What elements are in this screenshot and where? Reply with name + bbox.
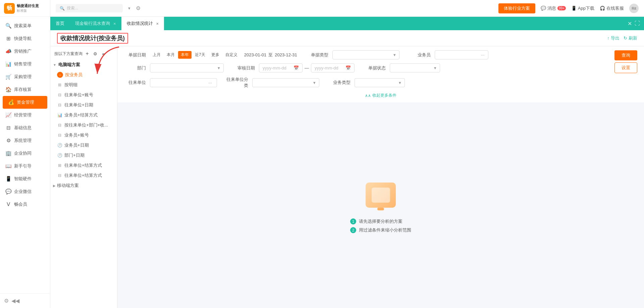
online-service-group[interactable]: 🎧 在线客服 [600, 5, 624, 11]
dropdown-arrow-icon[interactable]: ▾ [128, 6, 130, 11]
nav-system[interactable]: ⚙ 系统管理 [0, 134, 50, 147]
topbar: 🔍 搜索... ▾ ⚙ 体验行业方案 💬 消息 99+ 📱 App下载 🎧 在线… [50, 0, 644, 17]
nav-quick-nav[interactable]: ⊞ 快捷导航 [0, 32, 50, 45]
counterpart-select[interactable]: ··· [150, 78, 217, 87]
date-dash: — [305, 65, 309, 70]
page-actions: ↑ 导出 ↻ 刷新 [607, 35, 638, 41]
nav-label: 经营管理 [14, 112, 32, 118]
nav-inventory[interactable]: 🏠 库存核算 [0, 83, 50, 96]
right-panel: 单据日期 上月 本月 本年 近7天 更多 自定义 2023-01-01 [117, 46, 644, 308]
nav-guide[interactable]: 📖 新手引导 [0, 160, 50, 172]
collapse-bottom-icon[interactable]: ◀◀ [11, 298, 19, 304]
trial-button[interactable]: 体验行业方案 [498, 3, 535, 13]
messages-group[interactable]: 💬 消息 99+ [541, 5, 566, 11]
date-tab-custom[interactable]: 自定义 [223, 51, 240, 59]
date-tab-this-month[interactable]: 本月 [164, 51, 177, 59]
dept-select[interactable]: ▾ [150, 63, 224, 72]
empty-step-2: 2 用过滤条件来缩小分析范围 [350, 227, 411, 233]
settings-bottom-icon[interactable]: ⚙ [4, 298, 9, 304]
nav-basic-info[interactable]: ⊟ 基础信息 [0, 121, 50, 134]
tab-collection-close[interactable]: × [156, 21, 159, 26]
salesperson-select[interactable]: ··· [435, 50, 488, 59]
collapse-label: 收起更多条件 [372, 93, 396, 98]
export-icon: ↑ [607, 36, 610, 41]
date-label: 单据日期 [124, 52, 146, 58]
dept-arrow: ▾ [218, 65, 220, 70]
collapse-filters-bar[interactable]: ∧∧ 收起更多条件 [124, 93, 637, 98]
tree-item-dept-date[interactable]: 🕐 部门+日期 [50, 150, 117, 160]
counterpart-dots[interactable]: ··· [208, 80, 212, 85]
counterpart-cat-select[interactable]: ▾ [252, 78, 319, 87]
nav-label: 搜索菜单 [14, 23, 32, 29]
main-area: 🔍 搜索... ▾ ⚙ 体验行业方案 💬 消息 99+ 📱 App下载 🎧 在线… [50, 0, 644, 308]
marketing-icon: 📣 [5, 48, 11, 54]
mobile-section-label: 移动端方案 [57, 183, 79, 189]
refresh-button[interactable]: ↻ 刷新 [624, 35, 637, 41]
enterprise-icon: 🏢 [5, 150, 11, 156]
salesperson-label: 业务员 [409, 52, 431, 58]
nav-member[interactable]: Ⅴ 畅会员 [0, 198, 50, 211]
tree-item-label: 往来单位+结算方式 [64, 172, 102, 178]
date-tab-more[interactable]: 更多 [209, 51, 222, 59]
tree-item-label: 按往来单位+部门+收... [64, 122, 108, 128]
settings-gear-icon[interactable]: ⚙ [136, 5, 141, 11]
purchase-icon: 🛒 [5, 74, 11, 80]
date-tab-7days[interactable]: 近7天 [192, 51, 208, 59]
grid-icon: ⊞ [57, 82, 62, 88]
nav-wechat[interactable]: 💬 企业微信 [0, 185, 50, 198]
clock2-icon: 🕐 [57, 153, 62, 158]
tree-item-partner-settle1[interactable]: ⊞ 往来单位+结算方式 [50, 160, 117, 170]
tree-item-staff-date[interactable]: 🕐 业务员+日期 [50, 140, 117, 150]
online-service-label: 在线客服 [606, 5, 624, 11]
tree-item-partner-account[interactable]: ⊟ 往来单位+账号 [50, 90, 117, 100]
export-button[interactable]: ↑ 导出 [607, 35, 620, 41]
nav-search-menu[interactable]: 🔍 搜索菜单 [0, 19, 50, 32]
topbar-search-box[interactable]: 🔍 搜索... [56, 4, 123, 12]
nav-finance[interactable]: 💰 资金管理 [3, 96, 47, 109]
voucher-type-select[interactable]: ▾ [332, 50, 399, 59]
tree-item-salesperson[interactable]: ○ 按业务员 [50, 70, 117, 80]
app-download-group[interactable]: 📱 App下载 [571, 5, 594, 11]
tree-item-partner-date[interactable]: ⊟ 往来单位+日期 [50, 100, 117, 110]
tree-item-staff-settle[interactable]: 📊 业务员+结算方式 [50, 110, 117, 120]
voucher-status-select[interactable]: ▾ [390, 63, 440, 72]
date-tab-this-year[interactable]: 本年 [178, 51, 192, 59]
nav-marketing[interactable]: 📣 营销推广 [0, 45, 50, 58]
settings-button[interactable]: 设置 [614, 62, 637, 73]
tab-home[interactable]: 首页 [50, 17, 70, 30]
date-tab-last-month[interactable]: 上月 [150, 51, 163, 59]
scheme-settings-icon[interactable]: ⚙ [92, 50, 99, 57]
user-avatar[interactable]: Rit [629, 4, 639, 13]
nav-purchase[interactable]: 🛒 采购管理 [0, 70, 50, 83]
nav-enterprise[interactable]: 🏢 企业协同 [0, 147, 50, 160]
tab-cashflow-close[interactable]: × [113, 21, 116, 26]
nav-operation[interactable]: 📈 经营管理 [0, 109, 50, 121]
add-scheme-icon[interactable]: + [84, 50, 91, 57]
business-type-label: 业务类型 [329, 80, 351, 86]
calendar-icon-to[interactable]: 📅 [345, 65, 351, 70]
nav-smart-hardware[interactable]: 📱 智能硬件 [0, 172, 50, 185]
tab-collection[interactable]: 收款情况统计 × [121, 17, 164, 30]
audit-date-to-input[interactable]: yyyy-mm-dd 📅 [311, 63, 355, 72]
counterpart-cat-label: 往来单位分类 [226, 76, 248, 89]
tree-item-staff-account[interactable]: ⊟ 业务员+账号 [50, 130, 117, 140]
nav-sales[interactable]: 📊 销售管理 [0, 58, 50, 70]
window-expand-icon[interactable]: ⛶ [635, 20, 640, 27]
salesperson-dots[interactable]: ··· [481, 52, 485, 57]
tree-section-mobile[interactable]: ▶ 移动端方案 [50, 181, 117, 191]
business-type-select[interactable]: ▾ [355, 78, 405, 87]
window-close-icon[interactable]: ✕ [628, 20, 632, 27]
tree-item-detail[interactable]: ⊞ 按明细 [50, 80, 117, 90]
tree-item-partner-dept[interactable]: ⊟ 按往来单位+部门+收... [50, 120, 117, 130]
empty-steps: 1 请先选择要分析的方案 2 用过滤条件来缩小分析范围 [350, 218, 411, 233]
collapse-panel-icon[interactable]: « [100, 50, 107, 57]
date-separator: 至 [268, 52, 273, 58]
filter-inner: 单据日期 上月 本月 本年 近7天 更多 自定义 2023-01-01 [124, 50, 637, 89]
audit-date-from-input[interactable]: yyyy-mm-dd 📅 [259, 63, 303, 72]
calendar-icon-from[interactable]: 📅 [293, 65, 299, 70]
query-button[interactable]: 查询 [614, 50, 637, 60]
tab-cashflow[interactable]: 现金银行流水查询 × [70, 17, 121, 30]
tree-item-label: 业务员+日期 [64, 142, 89, 148]
tree-item-partner-settle2[interactable]: ⊟ 往来单位+结算方式 [50, 170, 117, 181]
nav-label: 企业协同 [14, 150, 32, 156]
